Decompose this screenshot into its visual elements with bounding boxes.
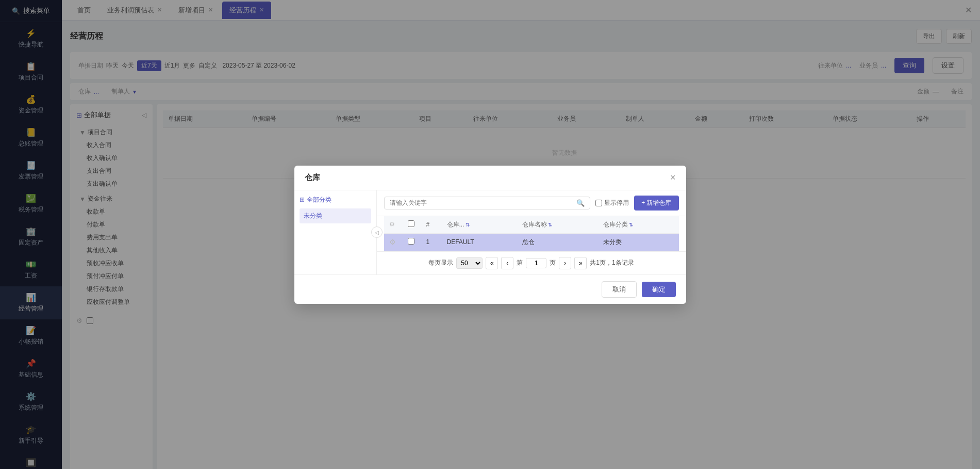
col-warehouse-category: 仓库分类⇅ — [598, 216, 679, 234]
sort-icon-code[interactable]: ⇅ — [466, 222, 470, 228]
modal-pagination: 每页显示 50 100 « ‹ 第 1 页 › » 共1页，1条记录 — [377, 251, 686, 274]
modal-table-wrap: ⚙ # 仓库...⇅ 仓库名称⇅ — [377, 216, 686, 251]
modal-grid-icon: ⊞ — [300, 196, 305, 203]
row-num: 1 — [421, 233, 442, 251]
col-warehouse-code: 仓库...⇅ — [442, 216, 518, 234]
modal-table-header: ⚙ # 仓库...⇅ 仓库名称⇅ — [384, 216, 679, 234]
modal-main: 🔍 显示停用 + 新增仓库 ⚙ — [377, 190, 686, 274]
warehouse-modal: 仓库 × ⊞ 全部分类 未分类 ◁ — [294, 166, 686, 304]
confirm-button[interactable]: 确定 — [642, 282, 676, 297]
col-gear: ⚙ — [384, 216, 403, 234]
modal-prev-page-btn[interactable]: ‹ — [501, 257, 513, 269]
modal-sidebar-collapse-btn[interactable]: ◁ — [371, 227, 383, 238]
modal-page-input[interactable]: 1 — [526, 258, 546, 268]
modal-search-box: 🔍 — [384, 197, 591, 209]
modal-all-category-label[interactable]: 全部分类 — [307, 196, 331, 204]
modal-body: ⊞ 全部分类 未分类 ◁ 🔍 显示停用 — [294, 190, 686, 274]
row-category: 未分类 — [598, 233, 679, 251]
sort-icon-category[interactable]: ⇅ — [629, 222, 633, 228]
col-checkbox — [403, 216, 421, 234]
modal-page-word: 第 — [517, 258, 523, 267]
modal-page-size-select[interactable]: 50 100 — [456, 257, 483, 269]
cancel-button[interactable]: 取消 — [602, 281, 637, 298]
modal-toolbar: 🔍 显示停用 + 新增仓库 — [377, 190, 686, 216]
row-code: DEFAULT — [442, 233, 518, 251]
modal-close-button[interactable]: × — [670, 173, 676, 182]
row-checkbox-cell — [403, 233, 421, 251]
modal-next-page-btn[interactable]: › — [559, 257, 571, 269]
show-disabled-checkbox[interactable] — [595, 200, 602, 206]
modal-table: ⚙ # 仓库...⇅ 仓库名称⇅ — [384, 216, 679, 251]
add-warehouse-button[interactable]: + 新增仓库 — [634, 196, 678, 211]
modal-last-page-btn[interactable]: » — [574, 257, 587, 269]
table-row[interactable]: ⚙ 1 DEFAULT 总仓 未分类 — [384, 233, 679, 251]
modal-footer: 取消 确定 — [294, 274, 686, 304]
modal-header: 仓库 × — [294, 166, 686, 190]
modal-sidebar: ⊞ 全部分类 未分类 ◁ — [294, 190, 377, 274]
search-icon: 🔍 — [576, 199, 585, 207]
col-warehouse-name: 仓库名称⇅ — [517, 216, 598, 234]
row-checkbox[interactable] — [408, 238, 414, 245]
sort-icon-name[interactable]: ⇅ — [548, 222, 552, 228]
modal-first-page-btn[interactable]: « — [486, 257, 498, 269]
modal-search-input[interactable] — [390, 199, 574, 206]
row-name: 总仓 — [517, 233, 598, 251]
modal-sidebar-header: ⊞ 全部分类 — [300, 196, 371, 204]
modal-total-info: 共1页，1条记录 — [590, 258, 634, 267]
modal-category-unclassified[interactable]: 未分类 — [300, 208, 371, 223]
modal-per-page-label: 每页显示 — [428, 258, 453, 267]
row-gear-cell: ⚙ — [384, 233, 403, 251]
show-disabled-text: 显示停用 — [604, 199, 629, 207]
col-num: # — [421, 216, 442, 234]
modal-title: 仓库 — [305, 173, 320, 183]
modal-page-label: 页 — [550, 258, 556, 267]
show-disabled-label[interactable]: 显示停用 — [595, 199, 629, 207]
modal-select-all[interactable] — [408, 220, 414, 227]
table-settings-icon[interactable]: ⚙ — [389, 221, 395, 228]
modal-overlay: 仓库 × ⊞ 全部分类 未分类 ◁ — [0, 0, 980, 469]
